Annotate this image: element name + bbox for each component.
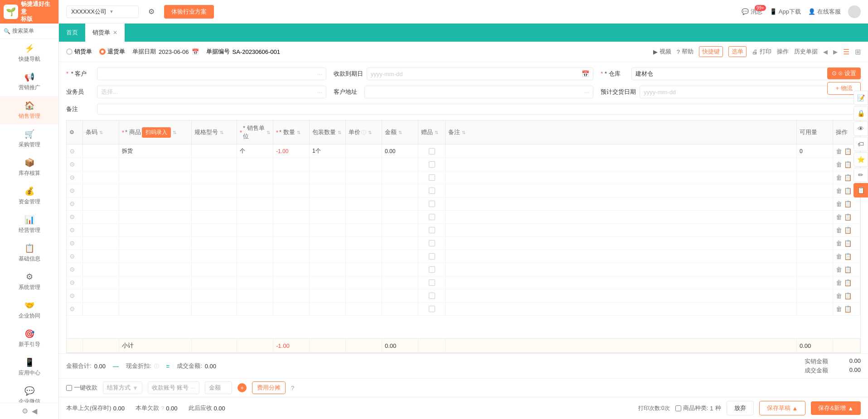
td-spec[interactable] bbox=[192, 158, 237, 171]
td-settings[interactable]: ⚙ bbox=[67, 144, 83, 158]
customer-address-input[interactable]: ··· bbox=[364, 86, 594, 98]
delete-row-icon[interactable]: 🗑 bbox=[836, 240, 842, 247]
td-amount[interactable] bbox=[382, 289, 418, 302]
td-spec[interactable] bbox=[192, 263, 237, 276]
side-edit-button[interactable]: ✏ bbox=[853, 168, 868, 182]
gear-button[interactable]: ⚙ bbox=[144, 5, 159, 19]
sort-icon[interactable]: ⇅ bbox=[267, 130, 270, 135]
td-amount[interactable] bbox=[382, 237, 418, 250]
td-pkgqty[interactable] bbox=[310, 250, 346, 263]
td-price[interactable] bbox=[346, 276, 382, 289]
td-pkgqty[interactable] bbox=[310, 171, 346, 184]
sort-icon[interactable]: ⇅ bbox=[297, 130, 301, 135]
video-action[interactable]: ▶ 视频 bbox=[653, 48, 671, 56]
delete-row-icon[interactable]: 🗑 bbox=[836, 174, 842, 181]
price-info-icon[interactable]: ⓘ bbox=[361, 129, 366, 136]
sidebar-item-quick-nav[interactable]: ⚡ 快捷导航 bbox=[0, 39, 58, 67]
sort-icon[interactable]: ⇅ bbox=[368, 130, 372, 135]
copy-row-icon[interactable]: 📋 bbox=[844, 279, 852, 286]
gift-checkbox[interactable] bbox=[429, 214, 435, 220]
side-star-button[interactable]: ⭐ bbox=[853, 152, 868, 167]
td-unit[interactable]: 个 bbox=[237, 144, 273, 158]
th-settings[interactable]: ⚙ bbox=[67, 120, 83, 144]
setup-button[interactable]: ⊙ ⊙ 设置 bbox=[827, 67, 861, 79]
delete-row-icon[interactable]: 🗑 bbox=[836, 200, 842, 207]
td-barcode[interactable] bbox=[83, 211, 119, 223]
sidebar-search[interactable]: 🔍 搜索菜单 bbox=[0, 24, 58, 39]
due-date-input[interactable]: yyyy-mm-dd 📅 bbox=[367, 67, 594, 80]
td-gift[interactable] bbox=[418, 303, 446, 315]
td-product[interactable] bbox=[119, 276, 192, 289]
sidebar-item-marketing[interactable]: 📢 营销推广 bbox=[0, 67, 58, 96]
td-amount[interactable] bbox=[382, 158, 418, 171]
td-unit[interactable] bbox=[237, 250, 273, 263]
td-settings[interactable]: ⚙ bbox=[67, 184, 83, 197]
td-remark[interactable] bbox=[446, 289, 797, 302]
td-unit[interactable] bbox=[237, 184, 273, 197]
td-unit[interactable] bbox=[237, 197, 273, 210]
td-amount[interactable] bbox=[382, 171, 418, 184]
td-qty[interactable] bbox=[273, 237, 310, 250]
save-new-button[interactable]: 保存&新增 ▲ bbox=[811, 401, 861, 415]
td-remark[interactable] bbox=[446, 144, 797, 158]
td-qty[interactable] bbox=[273, 158, 310, 171]
td-price[interactable] bbox=[346, 303, 382, 315]
td-pkgqty[interactable] bbox=[310, 237, 346, 250]
td-remark[interactable] bbox=[446, 184, 797, 197]
sidebar-settings-btn[interactable]: ⚙ bbox=[22, 407, 28, 415]
td-qty[interactable] bbox=[273, 263, 310, 276]
td-unit[interactable] bbox=[237, 171, 273, 184]
copy-row-icon[interactable]: 📋 bbox=[844, 161, 852, 168]
sort-icon[interactable]: ⇅ bbox=[462, 130, 466, 135]
shortcuts-action[interactable]: 快捷键 bbox=[699, 46, 723, 57]
calendar-icon[interactable]: 📅 bbox=[582, 70, 589, 77]
td-qty[interactable]: -1.00 bbox=[273, 144, 310, 158]
td-spec[interactable] bbox=[192, 224, 237, 236]
side-eye-button[interactable]: 👁 bbox=[853, 121, 868, 136]
copy-row-icon[interactable]: 📋 bbox=[844, 266, 852, 273]
sidebar-item-operations[interactable]: 📊 经营管理 bbox=[0, 210, 58, 239]
td-gift[interactable] bbox=[418, 184, 446, 197]
sort-icon[interactable]: ⇅ bbox=[338, 130, 341, 135]
gift-checkbox[interactable] bbox=[429, 306, 435, 312]
gift-checkbox[interactable] bbox=[429, 148, 435, 154]
td-pkgqty[interactable]: 1个 bbox=[310, 144, 346, 158]
td-barcode[interactable] bbox=[83, 263, 119, 276]
copy-row-icon[interactable]: 📋 bbox=[844, 305, 852, 313]
td-price[interactable] bbox=[346, 211, 382, 223]
td-amount[interactable] bbox=[382, 263, 418, 276]
td-product[interactable] bbox=[119, 263, 192, 276]
td-price[interactable] bbox=[346, 184, 382, 197]
delete-row-icon[interactable]: 🗑 bbox=[836, 148, 842, 155]
td-gift[interactable] bbox=[418, 276, 446, 289]
sort-icon[interactable]: ⇅ bbox=[99, 130, 103, 135]
delete-row-icon[interactable]: 🗑 bbox=[836, 187, 842, 194]
td-amount[interactable] bbox=[382, 303, 418, 315]
gift-checkbox[interactable] bbox=[429, 201, 435, 207]
side-lock-button[interactable]: 🔒 bbox=[853, 106, 868, 120]
td-gift[interactable] bbox=[418, 289, 446, 302]
gift-checkbox[interactable] bbox=[429, 266, 435, 273]
sidebar-item-enterprise[interactable]: 🤝 企业协同 bbox=[0, 296, 58, 324]
td-settings[interactable]: ⚙ bbox=[67, 250, 83, 263]
td-barcode[interactable] bbox=[83, 303, 119, 315]
td-pkgqty[interactable] bbox=[310, 263, 346, 276]
td-barcode[interactable] bbox=[83, 276, 119, 289]
tab-home[interactable]: 首页 bbox=[59, 24, 85, 42]
copy-row-icon[interactable]: 📋 bbox=[844, 240, 852, 247]
td-spec[interactable] bbox=[192, 211, 237, 223]
td-spec[interactable] bbox=[192, 289, 237, 302]
delete-row-icon[interactable]: 🗑 bbox=[836, 161, 842, 168]
prev-icon[interactable]: ◀ bbox=[823, 48, 828, 55]
user-avatar[interactable] bbox=[848, 5, 861, 18]
td-qty[interactable] bbox=[273, 224, 310, 236]
td-qty[interactable] bbox=[273, 276, 310, 289]
td-settings[interactable]: ⚙ bbox=[67, 303, 83, 315]
td-amount[interactable]: 0.00 bbox=[382, 144, 418, 158]
td-remark[interactable] bbox=[446, 303, 797, 315]
calendar-icon[interactable]: 📅 bbox=[192, 48, 199, 55]
td-qty[interactable] bbox=[273, 289, 310, 302]
sidebar-item-system[interactable]: ⚙ 系统管理 bbox=[0, 267, 58, 296]
app-download-button[interactable]: 📱 App下载 bbox=[770, 8, 801, 16]
gift-checkbox[interactable] bbox=[429, 188, 435, 194]
